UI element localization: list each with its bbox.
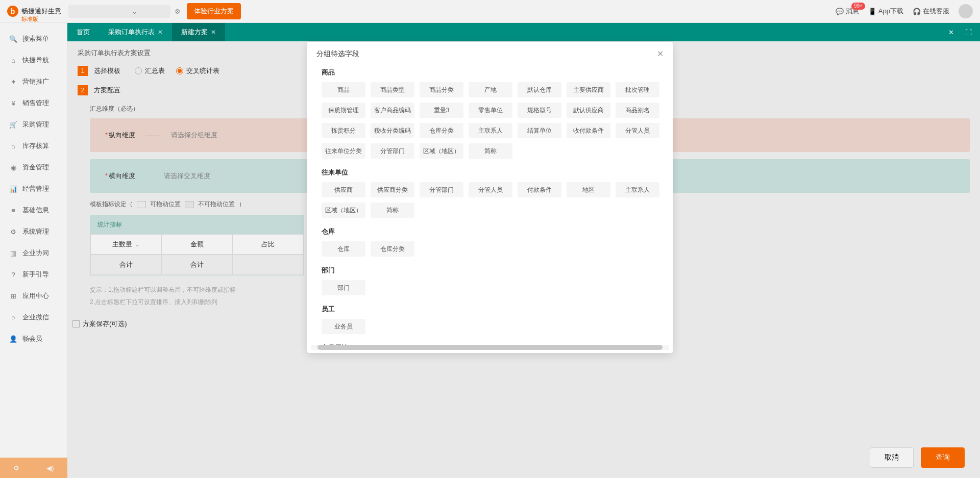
field-chip[interactable]: 供应商 bbox=[322, 182, 365, 197]
field-group: 往来单位供应商供应商分类分管部门分管人员付款条件地区主联系人区域（地区）简称 bbox=[322, 168, 668, 218]
field-chip[interactable]: 分管部门 bbox=[420, 182, 463, 197]
field-chip[interactable]: 产地 bbox=[469, 82, 512, 97]
close-icon[interactable]: ✕ bbox=[657, 49, 664, 59]
field-chips: 仓库仓库分类 bbox=[322, 241, 668, 257]
field-chip[interactable]: 分管人员 bbox=[469, 182, 512, 197]
field-chip[interactable]: 业务员 bbox=[322, 319, 365, 334]
field-chip[interactable]: 部门 bbox=[322, 280, 365, 295]
field-chip[interactable]: 区域（地区） bbox=[322, 203, 365, 218]
field-chip[interactable]: 客户商品编码 bbox=[371, 103, 414, 118]
field-chip[interactable]: 商品类型 bbox=[371, 82, 414, 97]
modal-backdrop: 分组待选字段 ✕ 商品商品商品类型商品分类产地默认仓库主要供应商批次管理保质期管… bbox=[0, 0, 980, 478]
scrollbar-thumb[interactable] bbox=[317, 345, 663, 350]
field-chip[interactable]: 仓库 bbox=[322, 241, 365, 257]
field-chip[interactable]: 主联系人 bbox=[469, 123, 512, 138]
field-chips: 业务员 bbox=[322, 319, 668, 334]
field-chip[interactable]: 主联系人 bbox=[616, 182, 659, 197]
field-chip[interactable]: 商品别名 bbox=[616, 103, 659, 118]
field-chip[interactable]: 分管人员 bbox=[616, 123, 659, 138]
field-chip[interactable]: 付款条件 bbox=[518, 182, 561, 197]
field-chip[interactable]: 区域（地区） bbox=[420, 143, 463, 159]
field-group-title: 往来单位 bbox=[322, 168, 668, 177]
field-chip[interactable]: 简称 bbox=[371, 203, 414, 218]
field-chip[interactable]: 收付款条件 bbox=[567, 123, 610, 138]
field-group-title: 仓库 bbox=[322, 227, 668, 236]
field-chips: 供应商供应商分类分管部门分管人员付款条件地区主联系人区域（地区）简称 bbox=[322, 182, 668, 218]
field-chip[interactable]: 地区 bbox=[567, 182, 610, 197]
field-group: 部门部门 bbox=[322, 266, 668, 295]
field-chip[interactable]: 商品 bbox=[322, 82, 365, 97]
field-group-title: 员工 bbox=[322, 305, 668, 314]
field-chip[interactable]: 拣货积分 bbox=[322, 123, 365, 138]
field-chip[interactable]: 分管部门 bbox=[371, 143, 414, 159]
field-chip[interactable]: 商品分类 bbox=[420, 82, 463, 97]
field-group: 商品商品商品类型商品分类产地默认仓库主要供应商批次管理保质期管理客户商品编码重量… bbox=[322, 68, 668, 159]
field-chip[interactable]: 重量3 bbox=[420, 103, 463, 118]
field-chip[interactable]: 供应商分类 bbox=[371, 182, 414, 197]
field-group: 仓库仓库仓库分类 bbox=[322, 227, 668, 257]
field-chip[interactable]: 默认供应商 bbox=[567, 103, 610, 118]
modal-horizontal-scrollbar[interactable] bbox=[311, 345, 669, 350]
field-chip[interactable]: 默认仓库 bbox=[518, 82, 561, 97]
field-group: 员工业务员 bbox=[322, 305, 668, 334]
field-chip[interactable]: 批次管理 bbox=[616, 82, 659, 97]
modal-title: 分组待选字段 bbox=[316, 49, 359, 59]
field-picker-modal: 分组待选字段 ✕ 商品商品商品类型商品分类产地默认仓库主要供应商批次管理保质期管… bbox=[307, 42, 673, 353]
field-chip[interactable]: 零售单位 bbox=[469, 103, 512, 118]
field-chips: 部门 bbox=[322, 280, 668, 295]
field-chip[interactable]: 往来单位分类 bbox=[322, 143, 365, 159]
field-chip[interactable]: 结算单位 bbox=[518, 123, 561, 138]
field-group-title: 部门 bbox=[322, 266, 668, 275]
field-chips: 商品商品类型商品分类产地默认仓库主要供应商批次管理保质期管理客户商品编码重量3零… bbox=[322, 82, 668, 159]
field-chip[interactable]: 保质期管理 bbox=[322, 103, 365, 118]
field-chip[interactable]: 仓库分类 bbox=[371, 241, 414, 257]
modal-body[interactable]: 商品商品商品类型商品分类产地默认仓库主要供应商批次管理保质期管理客户商品编码重量… bbox=[307, 66, 673, 345]
field-chip[interactable]: 税收分类编码 bbox=[371, 123, 414, 138]
field-group-title: 商品 bbox=[322, 68, 668, 77]
field-chip[interactable]: 规格型号 bbox=[518, 103, 561, 118]
field-chip[interactable]: 主要供应商 bbox=[567, 82, 610, 97]
field-chip[interactable]: 仓库分类 bbox=[420, 123, 463, 138]
field-chip[interactable]: 简称 bbox=[469, 143, 512, 159]
